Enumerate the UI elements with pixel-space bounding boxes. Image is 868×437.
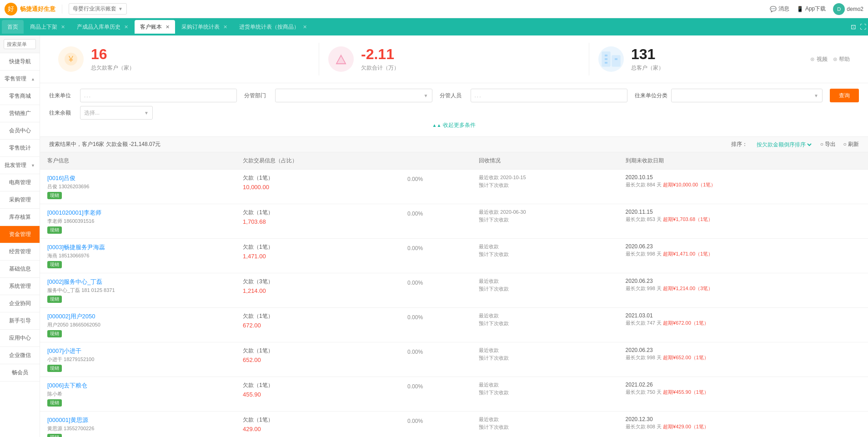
refresh-button[interactable]: ○ 刷新 [843,141,859,148]
sidebar-item-label: 批发管理 [5,161,26,169]
customer-name-link[interactable]: [0002]服务中心_丁磊 [47,278,102,285]
window-restore-icon[interactable]: ⊡ [851,23,856,30]
sidebar-item-quick-nav[interactable]: 快捷导航 [0,53,40,70]
sidebar-item-membership[interactable]: 畅会员 [0,364,40,382]
cell-debt-pct: 0.00% [400,412,472,437]
total-customers-label: 总客户（家） [631,64,664,72]
debt-count: 欠款（1笔） [243,243,393,251]
tab-inventory-stat[interactable]: 进货单统计表（按商品） ✕ [234,20,312,34]
overdue-link[interactable]: 超期¥10,000.00（1笔） [663,182,716,187]
customer-name-link[interactable]: [0016]吕俊 [47,175,75,181]
overdue-days: 最长欠款 750 天 超期¥455.90（1笔） [626,389,861,396]
customer-name-link[interactable]: [000002]用户2050 [47,313,95,320]
tab-close-inventory-stat[interactable]: ✕ [303,24,307,30]
from-unit-label: 往来单位 [49,92,76,100]
summary-card-total-customers: 131 总客户（家） ⊙ 视频 ⊙ 帮助 [589,43,859,75]
svg-rect-6 [605,55,607,56]
sidebar-item-newbie[interactable]: 新手引导 [0,312,40,330]
cell-collection: 最近收款 预计下次收款 [472,342,618,377]
tab-home[interactable]: 首页 [2,20,24,34]
sidebar-item-batch-mgmt[interactable]: 批发管理 ▼ [0,157,40,174]
person-input[interactable]: ... [471,89,627,102]
sidebar-item-retail-stat[interactable]: 零售统计 [0,140,40,157]
sidebar-item-member[interactable]: 会员中心 [0,122,40,140]
customer-name-link[interactable]: [0006]去下粮仓 [47,382,87,389]
last-collection: 最近收款 [479,312,611,319]
overdue-link[interactable]: 超期¥672.00（1笔） [663,320,709,326]
tab-customer-account[interactable]: 客户账本 ✕ [135,20,175,34]
sidebar-item-label: 系统管理 [9,283,31,289]
overdue-link[interactable]: 超期¥455.90（1笔） [663,389,709,395]
customer-name-link[interactable]: [0001020001]李老师 [47,209,101,216]
summary-card3-actions: ⊙ 视频 ⊙ 帮助 [810,55,850,63]
dept-select[interactable]: ▼ [275,89,432,102]
debt-amount: 429.00 [243,426,393,432]
tab-products[interactable]: 商品上下架 ✕ [25,20,70,34]
sidebar-item-inventory[interactable]: 库存核算 [0,209,40,226]
cell-due-date: 2021.03.01 最长欠款 747 天 超期¥672.00（1笔） [618,308,868,342]
window-expand-icon[interactable]: ⛶ [860,23,866,30]
from-unit-input[interactable]: ... [80,89,237,102]
debt-pct: 0.00% [407,383,464,390]
last-collection: 最近收款 [479,278,611,285]
overdue-link[interactable]: 超期¥1,214.00（3笔） [663,286,713,291]
cell-customer-info: [0016]吕俊 吕俊 13026203696 现销 [40,170,236,204]
overdue-link[interactable]: 超期¥652.00（1笔） [663,355,709,360]
sidebar-item-basic-info[interactable]: 基础信息 [0,261,40,278]
unit-category-select[interactable]: ▼ [671,89,823,102]
company-selector[interactable]: 母婴行业演示账套 ▼ [69,3,127,15]
search-input[interactable] [4,39,36,49]
sidebar-item-ecommerce[interactable]: 电商管理 [0,174,40,191]
debt-amount: 1,471.00 [243,253,393,260]
overdue-link[interactable]: 超期¥1,471.00（1笔） [663,251,713,256]
tab-close-production[interactable]: ✕ [124,24,128,30]
svg-text:¥: ¥ [68,55,74,64]
overdue-link[interactable]: 超期¥429.00（1笔） [663,424,709,429]
sidebar-item-app-center[interactable]: 应用中心 [0,330,40,347]
sidebar-item-label: 电商管理 [9,179,31,186]
due-date: 2020.06.23 [626,347,861,353]
video-action[interactable]: ⊙ 视频 [810,55,827,63]
customer-tag: 现销 [47,261,62,268]
sidebar-item-enterprise[interactable]: 企业协同 [0,295,40,312]
sidebar-item-purchase[interactable]: 采购管理 [0,191,40,209]
cell-collection: 最近收款 预计下次收款 [472,308,618,342]
customer-name-link[interactable]: [0003]畅捷服务尹海蕊 [47,244,105,251]
table-row: [000001]黄思源 黄思源 13552700226 现销 欠款（1笔） 42… [40,412,868,437]
tab-close-purchase-order[interactable]: ✕ [223,24,227,30]
customer-name-link[interactable]: [000001]黄思源 [47,417,88,423]
tab-purchase-order[interactable]: 采购订单统计表 ✕ [176,20,233,34]
export-button[interactable]: ○ 导出 [820,141,836,148]
sidebar-item-marketing[interactable]: 营销推广 [0,105,40,122]
app-download-button[interactable]: 📱 App下载 [797,5,826,13]
search-button[interactable]: 查询 [830,89,859,102]
overdue-days: 最长欠款 998 天 超期¥1,471.00（1笔） [626,251,861,257]
sidebar-item-wechat[interactable]: 企业微信 [0,347,40,364]
cell-debt-pct: 0.00% [400,342,472,377]
tab-close-products[interactable]: ✕ [61,24,65,30]
sidebar-item-retail-store[interactable]: 零售商城 [0,88,40,105]
tab-production[interactable]: 产成品入库单历史 ✕ [71,20,134,34]
next-collection: 预计下次收款 [479,389,611,396]
tab-close-customer-account[interactable]: ✕ [166,24,170,30]
sort-select[interactable]: 按欠款金额倒序排序 [755,141,813,148]
cell-collection: 最近收款 预计下次收款 [472,273,618,308]
sidebar-item-system[interactable]: 系统管理 [0,278,40,295]
sidebar-item-retail-mgmt[interactable]: 零售管理 ▲ [0,70,40,88]
customer-name-link[interactable]: [0007]小进干 [47,347,81,354]
help-action[interactable]: ⊙ 帮助 [833,55,850,63]
collapse-more-btn[interactable]: ▲▲ 收起更多条件 [49,120,859,131]
cell-debt-info: 欠款（1笔） 10,000.00 [236,170,400,204]
balance-select[interactable]: 选择... ▼ [80,106,153,120]
cell-collection: 最近收款 2020-06-30 预计下次收款 [472,204,618,239]
total-customers-icon [598,46,624,72]
overdue-link[interactable]: 超期¥1,703.68（1笔） [663,216,713,222]
sidebar-item-operation[interactable]: 经营管理 [0,243,40,261]
message-button[interactable]: 💬 消息 [770,5,789,13]
sidebar-item-finance[interactable]: 资金管理 [0,226,40,243]
user-profile[interactable]: D demo2 [833,3,863,15]
chevron-down-icon: ▼ [144,111,149,116]
customer-phone: 黄思源 13552700226 [47,425,228,432]
debt-pct: 0.00% [407,211,464,217]
debt-pct: 0.00% [407,176,464,182]
